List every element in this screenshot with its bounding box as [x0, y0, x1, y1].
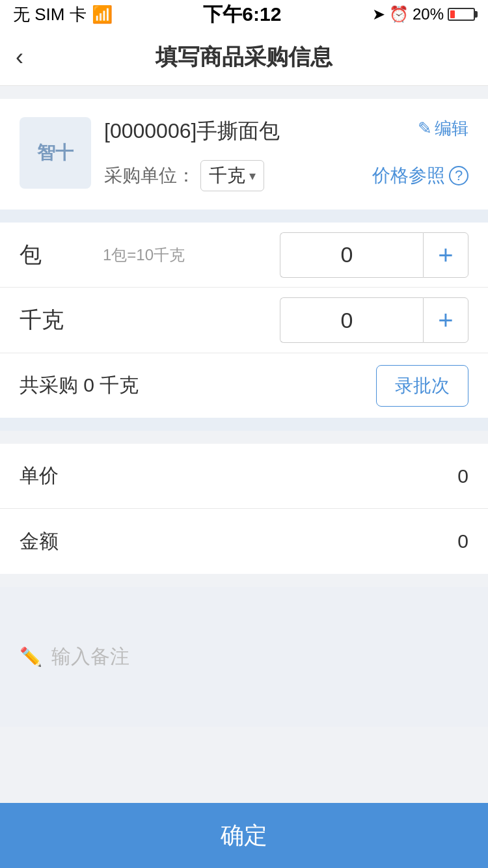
kg-input-row: 千克 +	[0, 288, 488, 353]
kg-input-wrap: +	[280, 297, 468, 343]
back-button[interactable]: ‹	[16, 44, 23, 71]
bag-plus-button[interactable]: +	[423, 232, 468, 278]
summary-row: 共采购 0 千克 录批次	[0, 353, 488, 418]
unit-label: 采购单位：	[104, 163, 195, 188]
product-image: 智十	[20, 117, 91, 189]
battery-percent: 20%	[413, 5, 444, 23]
bag-input-wrap: +	[280, 232, 468, 278]
battery-icon	[448, 8, 475, 21]
edit-button[interactable]: ✎ 编辑	[418, 117, 468, 140]
unit-price-row: 单价 0	[0, 444, 488, 509]
confirm-button[interactable]: 确定	[0, 803, 488, 868]
kg-plus-button[interactable]: +	[423, 297, 468, 343]
edit-label: 编辑	[435, 117, 468, 140]
wifi-icon: 📶	[92, 5, 113, 25]
note-section[interactable]: ✏️ 输入备注	[0, 587, 488, 727]
nav-bar: ‹ 填写商品采购信息	[0, 29, 488, 86]
alarm-icon: ⏰	[389, 5, 409, 23]
record-batch-button[interactable]: 录批次	[376, 365, 468, 407]
pencil-icon: ✏️	[20, 646, 42, 668]
divider-2	[0, 418, 488, 431]
confirm-label: 确定	[221, 820, 267, 852]
bag-input-row: 包 1包=10千克 +	[0, 223, 488, 288]
bag-label: 包	[20, 240, 98, 270]
bag-input[interactable]	[280, 232, 423, 278]
page-title: 填写商品采购信息	[156, 42, 332, 72]
status-right: ➤ ⏰ 20%	[372, 5, 475, 23]
price-ref-button[interactable]: 价格参照 ?	[372, 163, 468, 188]
summary-text: 共采购 0 千克	[20, 372, 139, 399]
edit-icon: ✎	[418, 118, 432, 139]
unit-price-value: 0	[457, 465, 468, 487]
price-ref-label: 价格参照	[372, 163, 445, 188]
product-info: [0000006]手撕面包 ✎ 编辑 采购单位： 千克 ▾ 价格参照 ?	[104, 117, 468, 191]
chevron-down-icon: ▾	[249, 168, 256, 183]
status-left: 无 SIM 卡 📶	[13, 3, 113, 26]
bag-sublabel: 1包=10千克	[103, 245, 280, 265]
sim-status: 无 SIM 卡	[13, 3, 87, 26]
unit-price-label: 单价	[20, 463, 59, 489]
amount-value: 0	[457, 530, 468, 552]
divider-1	[0, 210, 488, 223]
status-time: 下午6:12	[203, 1, 281, 28]
purchase-unit-row: 采购单位： 千克 ▾ 价格参照 ?	[104, 160, 468, 191]
note-placeholder: 输入备注	[51, 644, 129, 670]
location-icon: ➤	[372, 5, 385, 23]
product-logo-text: 智十	[37, 141, 74, 165]
input-section: 包 1包=10千克 + 千克 +	[0, 223, 488, 353]
product-card: 智十 [0000006]手撕面包 ✎ 编辑 采购单位： 千克 ▾ 价格参照 ?	[0, 99, 488, 210]
kg-input[interactable]	[280, 297, 423, 343]
product-name-row: [0000006]手撕面包 ✎ 编辑	[104, 117, 468, 146]
amount-label: 金额	[20, 528, 59, 555]
help-icon: ?	[449, 166, 468, 185]
price-section: 单价 0 金额 0	[0, 444, 488, 574]
product-name: [0000006]手撕面包	[104, 117, 280, 146]
unit-select[interactable]: 千克 ▾	[200, 160, 264, 191]
amount-row: 金额 0	[0, 509, 488, 574]
unit-value: 千克	[209, 163, 245, 188]
status-bar: 无 SIM 卡 📶 下午6:12 ➤ ⏰ 20%	[0, 0, 488, 29]
kg-label: 千克	[20, 305, 98, 335]
